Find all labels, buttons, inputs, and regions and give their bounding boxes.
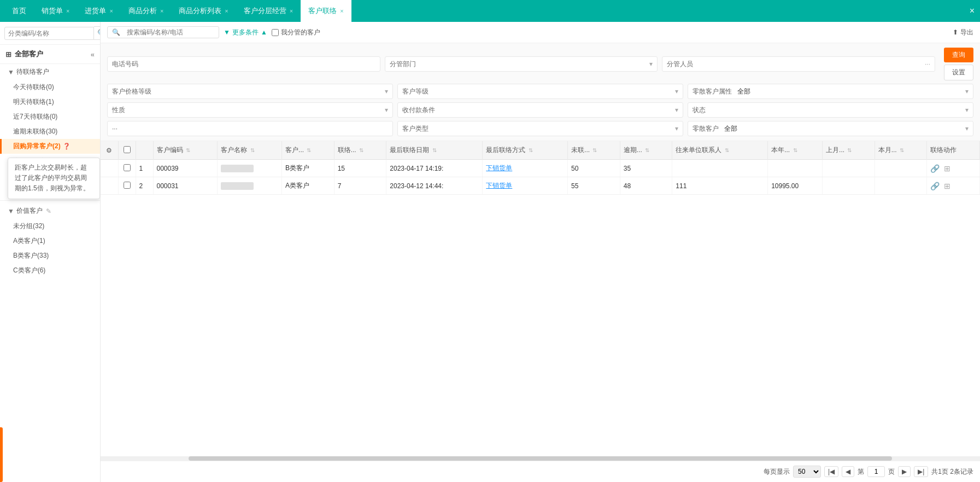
close-analysis-list-icon[interactable]: × (225, 8, 228, 14)
filter-customer-type[interactable]: 客户类型 ▾ (397, 121, 683, 136)
col-contact-count[interactable]: 联络... ⇅ (334, 141, 386, 160)
col-last-month[interactable]: 上月... ⇅ (823, 141, 875, 160)
filter-nature[interactable]: 性质 ▾ (107, 102, 393, 118)
nav-customer-seg-label: 客户分层经营 (244, 6, 286, 16)
sidebar-item-b-class[interactable]: B类客户(33) (0, 248, 100, 263)
nav-customer-contact[interactable]: 客户联络 × (301, 0, 351, 22)
filter-customer-grade[interactable]: 客户等级 ▾ (397, 84, 683, 99)
row1-select-checkbox[interactable] (124, 164, 131, 171)
phone-input[interactable] (142, 60, 375, 68)
close-sales-icon[interactable]: × (66, 8, 69, 14)
col-settings[interactable]: ⚙ (101, 141, 118, 160)
code-sort-icon: ⇅ (186, 147, 190, 153)
row2-code: 000031 (153, 177, 218, 195)
more-conditions-label: 更多条件 (232, 28, 259, 37)
row2-last-method-link[interactable]: 下销货单 (486, 182, 512, 189)
next-page-button[interactable]: ▶ (898, 466, 911, 477)
close-customer-seg-icon[interactable]: × (290, 8, 293, 14)
pending-group-header[interactable]: ▼ 待联络客户 (0, 64, 100, 80)
first-page-button[interactable]: |◀ (824, 466, 838, 477)
row2-grid-icon[interactable]: ⊞ (944, 182, 950, 190)
row2-type: A类客户 (282, 177, 335, 195)
query-button[interactable]: 查询 (944, 48, 973, 62)
col-unit-contact[interactable]: 往来单位联系人 ⇅ (672, 141, 768, 160)
sidebar-item-7days[interactable]: 近7天待联络(0) (0, 109, 100, 124)
customers-grid-icon: ⊞ (5, 50, 11, 59)
col-this-month[interactable]: 本月... ⇅ (875, 141, 927, 160)
row2-checkbox (118, 177, 136, 195)
last-method-sort-icon: ⇅ (529, 147, 533, 153)
filter-retail-attr[interactable]: 零散客户属性 全部 ▾ (688, 84, 973, 99)
col-uncontact[interactable]: 未联... ⇅ (568, 141, 620, 160)
export-label: 导出 (960, 28, 973, 37)
last-page-button[interactable]: ▶| (914, 466, 928, 477)
per-page-select[interactable]: 50 20 100 (793, 466, 821, 478)
sidebar-item-tomorrow[interactable]: 明天待联络(1) (0, 95, 100, 109)
col-type[interactable]: 客户... ⇅ (282, 141, 335, 160)
table-horizontal-scrollbar[interactable] (101, 456, 980, 461)
repurchase-help-icon[interactable]: ❓ (63, 143, 71, 150)
collapse-sidebar-icon[interactable]: « (91, 50, 95, 59)
row2-select-checkbox[interactable] (124, 182, 131, 189)
close-customer-contact-icon[interactable]: × (340, 8, 343, 14)
row2-last-method[interactable]: 下销货单 (483, 177, 568, 195)
filter-row-2: 客户价格等级 ▾ 客户等级 ▾ 零散客户属性 全部 ▾ (107, 84, 973, 99)
sidebar-item-ungroup[interactable]: 未分组(32) (0, 219, 100, 234)
row1-last-method[interactable]: 下销货单 (483, 160, 568, 177)
select-all-checkbox[interactable] (124, 146, 131, 153)
nav-sales[interactable]: 销货单 × (34, 0, 77, 22)
col-overdue[interactable]: 逾期... ⇅ (620, 141, 672, 160)
close-purchase-icon[interactable]: × (109, 8, 113, 14)
col-last-method[interactable]: 最后联络方式 ⇅ (483, 141, 568, 160)
row2-name-blurred (221, 182, 254, 190)
customer-grade-label: 客户等级 (402, 87, 429, 96)
sidebar-item-repurchase-abnormal[interactable]: 回购异常客户(2) ❓ (0, 139, 100, 154)
my-customers-checkbox[interactable] (272, 29, 279, 36)
sidebar-item-today[interactable]: 今天待联络(0) (0, 80, 100, 95)
phone-label: 电话号码 (112, 60, 138, 69)
all-customers-header[interactable]: ⊞ 全部客户 « (0, 45, 100, 64)
scrollbar-thumb[interactable] (189, 456, 892, 461)
col-code[interactable]: 客户编码 ⇅ (153, 141, 218, 160)
row1-this-year (768, 160, 823, 177)
price-grade-label: 客户价格等级 (112, 87, 151, 96)
nav-home[interactable]: 首页 (4, 0, 34, 22)
col-this-year[interactable]: 本年... ⇅ (768, 141, 823, 160)
filter-person[interactable]: 分管人员 ··· (662, 56, 935, 72)
filter-price-grade[interactable]: 客户价格等级 ▾ (107, 84, 393, 99)
row1-link-icon[interactable]: 🔗 (930, 164, 940, 173)
more-conditions-button[interactable]: ▼ 更多条件 ▲ (224, 28, 267, 37)
filter-status[interactable]: 状态 ▾ (688, 102, 973, 118)
filter-retail-customer[interactable]: 零散客户 全部 ▾ (688, 121, 973, 136)
person-dots[interactable]: ··· (925, 60, 930, 68)
filter-dept[interactable]: 分管部门 ▾ (385, 56, 658, 72)
nav-analysis-list[interactable]: 商品分析列表 × (171, 0, 236, 22)
nav-purchase[interactable]: 进货单 × (77, 0, 120, 22)
sidebar-search-button[interactable]: 🔍 (94, 26, 101, 40)
sidebar-search-input[interactable] (4, 27, 94, 40)
prev-page-button[interactable]: ◀ (842, 466, 854, 477)
filter-more-dots[interactable]: ··· (107, 121, 393, 136)
global-close-icon[interactable]: × (970, 6, 975, 16)
total-records-label: 共1页 2条记录 (931, 467, 973, 477)
sidebar-item-overdue-contact[interactable]: 逾期未联络(30) (0, 124, 100, 139)
col-name[interactable]: 客户名称 ⇅ (218, 141, 282, 160)
sidebar-item-c-class[interactable]: C类客户(6) (0, 263, 100, 278)
filter-payment-terms[interactable]: 收付款条件 ▾ (397, 102, 683, 118)
filter-row-4: ··· 客户类型 ▾ 零散客户 全部 ▾ (107, 121, 973, 136)
value-edit-icon[interactable]: ✎ (46, 207, 51, 215)
row1-grid-icon[interactable]: ⊞ (944, 164, 950, 173)
nav-analysis[interactable]: 商品分析 × (121, 0, 171, 22)
sidebar-item-a-class[interactable]: A类客户(1) (0, 234, 100, 248)
current-page-input[interactable] (867, 466, 885, 477)
main-search-input[interactable] (127, 28, 214, 36)
col-last-date[interactable]: 最后联络日期 ⇅ (386, 141, 483, 160)
settings-button[interactable]: 设置 (944, 65, 973, 80)
export-button[interactable]: ⬆ 导出 (953, 28, 973, 37)
row1-last-method-link[interactable]: 下销货单 (486, 164, 512, 172)
value-group-header[interactable]: ▼ 价值客户 ✎ (0, 203, 100, 219)
row2-link-icon[interactable]: 🔗 (930, 182, 940, 190)
row1-last-month (823, 160, 875, 177)
close-analysis-icon[interactable]: × (160, 8, 163, 14)
nav-customer-seg[interactable]: 客户分层经营 × (236, 0, 301, 22)
